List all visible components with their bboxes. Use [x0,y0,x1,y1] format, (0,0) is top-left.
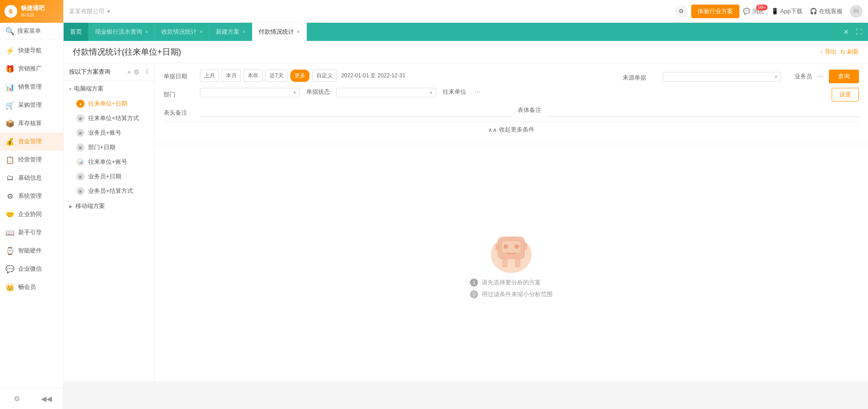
filter-row-1: 单据日期 上月 本月 本年 近7天 更多 自定义 2022-01-01 至 20… [164,70,859,83]
status-select[interactable]: ▾ [336,88,436,97]
tab-expand-button[interactable]: ⛶ [853,26,864,37]
sidebar-item-basic[interactable]: 🗂 基础信息 [0,169,63,187]
service-button[interactable]: 🎧 在线客服 [810,7,843,15]
sidebar-item-sales[interactable]: 📊 销售管理 [0,78,63,96]
user-avatar[interactable]: Rit [850,5,863,18]
sidebar-item-guide[interactable]: 📖 新手引导 [0,223,63,242]
tab-receipt-close[interactable]: × [200,29,203,35]
scheme-item-dept-date[interactable]: ▦ 部门+日期 [64,140,154,155]
sidebar-item-label: 库存核算 [18,119,42,127]
scheme-icon-partner-date: ● [76,100,85,108]
trial-button[interactable]: 体验行业方案 [691,5,739,18]
panel-collapse-button[interactable]: 《 [142,68,149,76]
svg-point-3 [504,244,508,249]
scheme-item-salesman-date[interactable]: ▦ 业务员+日期 [64,169,154,184]
tab-bank-close[interactable]: × [145,29,148,35]
svg-rect-8 [515,258,520,268]
scheme-item-partner-settle[interactable]: ▦ 往来单位+结算方式 [64,111,154,126]
page-header: 付款情况统计(往来单位+日期) ↑ 导出 ↻ 刷新 [64,41,868,63]
source-select-arrow: ▾ [775,74,777,79]
sidebar-item-label: 基础信息 [18,174,42,182]
tab-new[interactable]: 新建方案 × [210,23,252,41]
partner-filter-label: 往来单位 [436,88,473,96]
date-btn-this-month[interactable]: 本月 [222,70,241,82]
scheme-item-salesman-account[interactable]: ▦ 业务员+账号 [64,126,154,140]
app-logo: 6 [5,5,17,18]
empty-robot-svg [484,227,539,273]
company-dropdown-icon[interactable]: ▾ [107,8,110,15]
sidebar-item-search[interactable]: 🔍 搜索菜单 [0,23,63,40]
sidebar-item-hardware[interactable]: ⌚ 智能硬件 [0,242,63,260]
sidebar-item-member[interactable]: 👑 畅会员 [0,278,63,296]
dept-select-arrow: ▾ [294,90,296,95]
sidebar-item-enterprise[interactable]: 🤝 企业协同 [0,205,63,223]
source-select[interactable]: ▾ [663,72,781,81]
tab-new-close[interactable]: × [242,29,245,35]
marketing-icon: 🎁 [5,64,15,73]
date-btn-more[interactable]: 更多 [290,70,309,82]
tab-bank[interactable]: 现金银行流水查询 × [89,23,155,41]
add-scheme-button[interactable]: + [127,68,131,76]
tab-payment-close[interactable]: × [297,29,300,35]
app-download-button[interactable]: 📱 App下载 [771,7,803,15]
scheme-item-partner-date[interactable]: ● 往来单位+日期 [64,96,154,111]
quicknav-icon: ⚡ [5,46,15,55]
sidebar-item-wechat[interactable]: 💬 企业微信 [0,260,63,278]
scheme-group-desktop-header[interactable]: ▾ 电脑端方案 [64,81,154,96]
export-button[interactable]: ↑ 导出 [820,48,837,56]
date-btn-this-year[interactable]: 本年 [244,70,263,82]
date-btn-custom[interactable]: 自定义 [312,70,337,82]
query-button[interactable]: 查询 [829,70,859,83]
collapse-more-button[interactable]: ∧∧ 收起更多条件 [488,126,534,134]
dept-select[interactable]: ▾ [200,88,300,97]
empty-tip-2: 2 用过滤条件来缩小分析范围 [470,290,553,298]
svg-rect-5 [495,243,499,250]
tab-receipt[interactable]: 收款情况统计 × [155,23,210,41]
sidebar-settings-button[interactable]: ⚙ [4,392,30,405]
scheme-group-mobile-header[interactable]: ▶ 移动端方案 [64,198,154,214]
export-label: 导出 [825,48,837,56]
note2-input[interactable] [548,106,859,117]
tabbar: 首页 现金银行流水查询 × 收款情况统计 × 新建方案 × 付款情况统计 × ✕… [64,23,868,41]
tab-home[interactable]: 首页 [64,23,89,41]
sidebar-item-inventory[interactable]: 📦 库存核算 [0,114,63,132]
content-area: 按以下方案查询 + ⚙ 《 ▾ 电脑端方案 ● 往来单位+日期 [64,63,868,381]
scheme-icon-salesman-date: ▦ [76,172,85,181]
sidebar-item-marketing[interactable]: 🎁 营销推广 [0,60,63,78]
search-icon: 🔍 [5,26,15,35]
sidebar-item-capital[interactable]: 💰 资金管理 [0,132,63,151]
left-panel: 按以下方案查询 + ⚙ 《 ▾ 电脑端方案 ● 往来单位+日期 [64,63,155,381]
sidebar-item-system[interactable]: ⚙ 系统管理 [0,187,63,205]
tabbar-actions: ✕ ⛶ [837,23,868,41]
empty-tip-1: 1 请先选择要分析的方案 [470,278,553,287]
sidebar-collapse-button[interactable]: ◀◀ [34,392,60,405]
scheme-item-partner-account[interactable]: 📊 往来单位+账号 [64,155,154,169]
scheme-icon-partner-settle: ▦ [76,114,85,122]
sidebar-item-quicknav[interactable]: ⚡ 快捷导航 [0,41,63,60]
salesman-filter-label: 业务员 [785,72,812,81]
setting-button[interactable]: 设置 [832,88,859,101]
page-header-actions: ↑ 导出 ↻ 刷新 [820,48,859,56]
topbar-gear-button[interactable]: ⚙ [675,5,688,18]
note1-input[interactable] [200,106,511,117]
scheme-label-salesman-account: 业务员+账号 [88,129,121,137]
empty-state: 1 请先选择要分析的方案 2 用过滤条件来缩小分析范围 [155,144,868,381]
sidebar-item-purchase[interactable]: 🛒 采购管理 [0,96,63,114]
scheme-setting-button[interactable]: ⚙ [134,68,140,76]
message-button[interactable]: 💬 消息 99+ [743,7,764,15]
tab-close-all-button[interactable]: ✕ [841,26,852,37]
topbar-brand: 某某有限公司 ▾ [69,7,671,15]
sidebar-item-operations[interactable]: 📋 经营管理 [0,151,63,169]
sidebar-nav: ⚡ 快捷导航 🎁 营销推广 📊 销售管理 🛒 采购管理 📦 库存核算 💰 资金管… [0,40,63,388]
date-btn-last-month[interactable]: 上月 [200,70,219,82]
partner-filter-dots[interactable]: ··· [473,88,482,96]
refresh-button[interactable]: ↻ 刷新 [840,48,859,56]
source-salesman-group: 来源单据 ▾ 业务员 ··· 查询 [623,70,859,83]
sidebar-item-label: 营销推广 [18,65,42,73]
scheme-item-salesman-settle[interactable]: ▦ 业务员+结算方式 [64,184,154,198]
app-icon: 📱 [771,8,778,15]
tip-text-1: 请先选择要分析的方案 [482,278,541,287]
date-btn-7days[interactable]: 近7天 [265,70,288,82]
tab-payment[interactable]: 付款情况统计 × [252,23,307,41]
salesman-filter-dots[interactable]: ··· [816,72,825,81]
